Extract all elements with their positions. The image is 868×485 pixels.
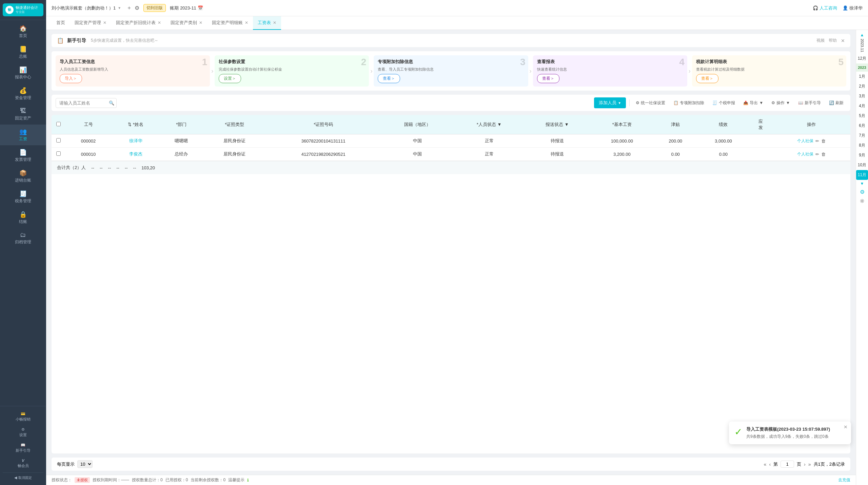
sidebar-item-reports[interactable]: 📊 报表中心 <box>0 63 46 83</box>
sidebar-item-label: 发票管理 <box>15 157 31 163</box>
toast-close-btn[interactable]: ✕ <box>844 424 848 430</box>
sidebar-item-archive[interactable]: 🗂 归档管理 <box>0 228 46 248</box>
tab-close-btn[interactable]: ✕ <box>103 20 106 25</box>
page-input[interactable] <box>781 461 794 468</box>
tab-close-btn[interactable]: ✕ <box>273 20 276 25</box>
personal-tax-btn[interactable]: 🧾 个税申报 <box>710 98 738 108</box>
month-8[interactable]: 8月 <box>856 141 868 150</box>
step-1-btn[interactable]: 导入＞ <box>60 74 82 83</box>
help-link[interactable]: 帮助 <box>829 38 837 43</box>
per-page-select[interactable]: 10 20 50 <box>77 460 93 468</box>
refresh-btn[interactable]: 🔄 刷新 <box>826 98 846 108</box>
step-5-btn[interactable]: 查看＞ <box>696 74 718 83</box>
tab-close-btn[interactable]: ✕ <box>158 20 161 25</box>
up-nav-icon[interactable]: ▲ <box>860 33 864 37</box>
personal-insurance-link[interactable]: 个人社保 <box>797 151 813 157</box>
sidebar-item-fixed-assets[interactable]: 🏗 固定资产 <box>0 104 46 125</box>
first-page-btn[interactable]: « <box>764 462 767 467</box>
video-link[interactable]: 视频 <box>816 38 825 43</box>
export-icon: 📤 <box>743 100 748 105</box>
down-nav-icon[interactable]: ▼ <box>860 181 864 186</box>
month-2[interactable]: 2月 <box>856 81 868 91</box>
col-report-status[interactable]: 报送状态 ▼ <box>524 115 590 134</box>
prev-page-btn[interactable]: ‹ <box>769 462 771 467</box>
add-person-btn[interactable]: 添加人员 ▼ <box>594 97 626 108</box>
edit-icon[interactable]: ✏ <box>815 152 819 157</box>
tab-fixed-assets[interactable]: 固定资产管理 ✕ <box>70 16 111 30</box>
sidebar-item-home[interactable]: 🏠 首页 <box>0 21 46 42</box>
select-all-checkbox[interactable] <box>56 122 61 126</box>
year-2023[interactable]: 2023 <box>856 63 868 72</box>
month-12[interactable]: 12月 <box>856 54 868 63</box>
sidebar-item-new-guide[interactable]: 📖 新手引导 <box>3 440 43 456</box>
col-name[interactable]: ⇅ *姓名 <box>112 115 160 134</box>
sidebar-item-close[interactable]: 🔒 结账 <box>0 207 46 228</box>
add-account-btn[interactable]: ＋ <box>126 4 132 12</box>
search-icon[interactable]: 🔍 <box>109 100 114 106</box>
search-input[interactable] <box>59 100 107 106</box>
new-guide-toolbar-btn[interactable]: 📖 新手引导 <box>795 98 824 108</box>
tab-category[interactable]: 固定资产类别 ✕ <box>166 16 207 30</box>
warning-icon: ℹ <box>247 478 249 483</box>
sidebar-item-settings[interactable]: ⚙ 设置 <box>3 425 43 440</box>
step-title: 社保参数设置 <box>219 59 365 65</box>
user-info[interactable]: 👤 徐泽华 <box>843 5 863 11</box>
allowance-cell: 0.00 <box>654 148 697 161</box>
activate-link[interactable]: 去充值 <box>838 477 850 483</box>
row-checkbox[interactable] <box>56 151 61 156</box>
step-4-btn[interactable]: 查看＞ <box>537 74 559 83</box>
sidebar-item-invoices[interactable]: 📄 发票管理 <box>0 145 46 166</box>
month-9[interactable]: 9月 <box>856 150 868 160</box>
month-11[interactable]: 11月 <box>856 170 868 180</box>
operations-btn[interactable]: ⚙ 操作 ▼ <box>769 98 793 108</box>
account-settings-btn[interactable]: ⚙ <box>135 5 139 11</box>
delete-icon[interactable]: 🗑 <box>821 152 826 157</box>
remaining-auth-label: 当前剩余授权数：0 <box>191 477 225 483</box>
tab-detail[interactable]: 固定资产明细账 ✕ <box>207 16 253 30</box>
row-checkbox[interactable] <box>56 138 61 143</box>
personal-insurance-link[interactable]: 个人社保 <box>797 138 813 144</box>
archive-icon: 🗂 <box>20 231 26 239</box>
pin-label[interactable]: 取消固定 <box>18 476 32 480</box>
month-4[interactable]: 4月 <box>856 101 868 111</box>
export-btn[interactable]: 📤 导出 ▼ <box>741 98 766 108</box>
month-7[interactable]: 7月 <box>856 131 868 141</box>
delete-icon[interactable]: 🗑 <box>821 138 826 144</box>
version-badge[interactable]: 切到旧版 <box>143 4 166 12</box>
tab-close-btn[interactable]: ✕ <box>199 20 202 25</box>
month-6[interactable]: 6月 <box>856 121 868 131</box>
step-2: 2 社保参数设置 完成社保参数设置自动计算社保公积金 设置＞ <box>215 55 369 87</box>
next-page-btn[interactable]: › <box>804 462 806 467</box>
month-10[interactable]: 10月 <box>856 160 868 170</box>
calendar-icon[interactable]: 📅 <box>198 5 203 11</box>
last-page-btn[interactable]: » <box>808 462 811 467</box>
sidebar-item-member[interactable]: V 畅会员 <box>3 456 43 471</box>
ai-consult-btn[interactable]: 🎧 人工咨询 <box>813 5 837 11</box>
emp-name-link[interactable]: 李俊杰 <box>129 151 142 156</box>
tab-close-btn[interactable]: ✕ <box>245 20 248 25</box>
sidebar-item-expense[interactable]: 💳 小畅报销 <box>3 409 43 425</box>
deductions-btn[interactable]: 📋 专项附加扣除 <box>671 98 707 108</box>
sidebar-item-payroll[interactable]: 👥 工资 <box>0 125 46 145</box>
sidebar-item-tax[interactable]: 🧾 税务管理 <box>0 187 46 207</box>
step-3-btn[interactable]: 查看＞ <box>378 74 400 83</box>
month-1[interactable]: 1月 <box>856 72 868 81</box>
settings-rp-icon[interactable]: ⚙ <box>860 189 865 195</box>
sidebar-item-general[interactable]: 📒 总账 <box>0 42 46 63</box>
account-selector[interactable]: 刘小艳演示账套（勿删勿动！）1 ▼ <box>52 5 121 11</box>
edit-icon[interactable]: ✏ <box>815 138 819 144</box>
social-insurance-btn[interactable]: ⚙ 统一社保设置 <box>633 98 668 108</box>
sidebar-item-inventory[interactable]: 📦 进销台账 <box>0 166 46 187</box>
emp-name-link[interactable]: 徐泽华 <box>129 138 142 143</box>
month-5[interactable]: 5月 <box>856 111 868 121</box>
expand-rp-icon[interactable]: ❋ <box>860 198 864 204</box>
month-3[interactable]: 3月 <box>856 91 868 101</box>
col-status[interactable]: *人员状态 ▼ <box>454 115 524 134</box>
tab-payroll[interactable]: 工资表 ✕ <box>253 16 281 30</box>
sidebar-item-funds[interactable]: 💰 资金管理 <box>0 83 46 104</box>
status-cell: 正常 <box>454 134 524 148</box>
tab-depreciation[interactable]: 固定资产折旧统计表 ✕ <box>111 16 166 30</box>
guide-close-btn[interactable]: ✕ <box>841 38 845 43</box>
step-2-btn[interactable]: 设置＞ <box>219 74 241 83</box>
tab-home[interactable]: 首页 <box>52 16 70 30</box>
